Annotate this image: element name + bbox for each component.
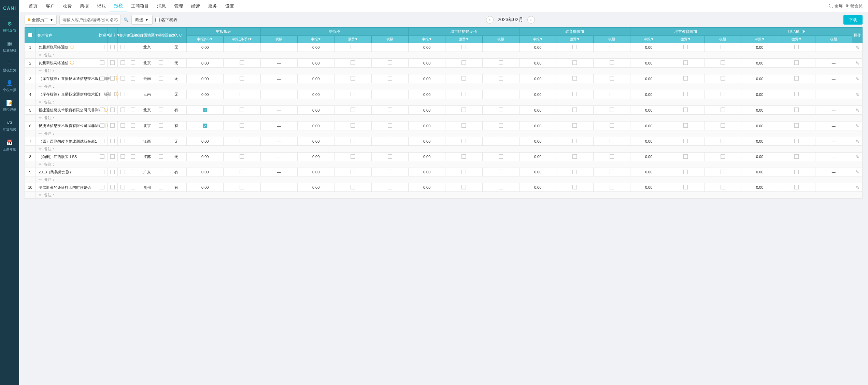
cell-checkbox[interactable] [131,45,135,49]
cell-checkbox[interactable] [110,139,115,143]
cell-checkbox[interactable] [794,170,799,174]
cell-checkbox[interactable] [131,154,135,159]
cell-checkbox[interactable] [240,108,244,112]
nav-billing[interactable]: 收费 [59,0,76,12]
cell-checkbox[interactable] [683,92,688,96]
cell-checkbox[interactable] [499,185,503,189]
edit-button[interactable]: ✎ [855,139,859,144]
cell-checkbox[interactable] [610,60,614,65]
cell-checkbox[interactable] [721,139,725,143]
cell-checkbox[interactable] [131,139,135,143]
cell-checkbox[interactable] [610,108,614,112]
cell-checkbox[interactable] [388,60,392,65]
cell-checkbox[interactable] [240,139,244,143]
sub-col-local-pay[interactable]: 缴费▼ [667,36,704,43]
sub-col-city-pay[interactable]: 缴费▼ [445,36,482,43]
cell-checkbox[interactable] [794,154,799,159]
cell-checkbox[interactable] [794,108,799,112]
cell-checkbox[interactable] [351,170,355,174]
sub-col-fin-month[interactable]: 申报(月/季)▼ [224,36,260,43]
cell-checkbox[interactable] [388,108,392,112]
cell-checkbox[interactable] [159,154,163,159]
cell-checkbox[interactable] [794,92,799,96]
cell-checkbox[interactable] [721,154,725,159]
col-header-region[interactable]: 所属地区▼ [138,28,156,43]
cell-checkbox[interactable] [100,123,104,128]
download-button[interactable]: 下载 [843,15,863,25]
cell-checkbox[interactable] [610,185,614,189]
cell-checkbox[interactable] [351,76,355,81]
cell-checkbox[interactable] [240,123,244,128]
cell-checkbox[interactable] [794,60,799,65]
cell-checkbox[interactable] [461,123,466,128]
cell-checkbox[interactable] [120,154,125,159]
cell-checkbox[interactable] [499,123,503,128]
sub-col-city-apply[interactable]: 申报▼ [408,36,445,43]
cell-checkbox[interactable] [683,154,688,159]
cell-checkbox[interactable] [110,76,115,81]
cell-checkbox[interactable] [461,45,466,49]
cell-checkbox[interactable] [388,123,392,128]
cell-checkbox[interactable] [610,92,614,96]
next-period-button[interactable]: › [527,16,535,24]
vip-btn[interactable]: ♛ 畅会员 [845,3,863,9]
cell-checkbox[interactable] [499,139,503,143]
nav-invoice[interactable]: 票据 [76,0,93,12]
cell-checkbox[interactable] [461,139,466,143]
edit-button[interactable]: ✎ [855,60,859,66]
cell-checkbox[interactable] [100,154,104,159]
cell-checkbox[interactable] [131,170,135,174]
cell-checkbox[interactable] [110,154,115,159]
sidebar-item-summary[interactable]: 🗂 汇算清缴 [0,115,19,135]
cell-checkbox[interactable] [794,139,799,143]
cell-checkbox[interactable] [131,60,135,65]
cell-checkbox[interactable] [683,170,688,174]
cell-checkbox[interactable] [120,108,125,112]
cell-checkbox[interactable] [610,45,614,49]
cell-checkbox[interactable] [610,123,614,128]
cell-checkbox[interactable] [721,123,725,128]
cell-checkbox[interactable] [683,76,688,81]
col-header-confirm[interactable]: 客户确认▼ [118,28,128,43]
cell-checkbox[interactable] [159,185,163,189]
cell-checkbox[interactable] [610,76,614,81]
cell-checkbox[interactable] [240,154,244,159]
sub-col-edu-apply[interactable]: 申报▼ [519,36,556,43]
cell-checkbox[interactable] [499,76,503,81]
cell-checkbox[interactable] [351,139,355,143]
edit-button[interactable]: ✎ [855,92,859,97]
cell-checkbox[interactable] [721,45,725,49]
cell-checkbox[interactable] [721,185,725,189]
sub-col-local-apply[interactable]: 申报▼ [630,36,667,43]
cell-checkbox[interactable] [131,76,135,81]
cell-checkbox[interactable] [131,185,135,189]
cell-checkbox[interactable] [131,123,135,128]
col-header-paid[interactable]: 已完税▼ [128,28,138,43]
cell-checkbox[interactable] [100,92,104,96]
edit-button[interactable]: ✎ [855,123,859,129]
cell-checkbox[interactable] [572,123,577,128]
cell-checkbox[interactable] [120,45,125,49]
warning-icon[interactable]: ⓘ [114,91,118,97]
cell-checkbox[interactable] [794,76,799,81]
sub-col-stamp-pay[interactable]: 缴费▼ [778,36,815,43]
nav-service[interactable]: 服务 [204,0,221,12]
cell-checkbox[interactable] [120,92,125,96]
cell-checkbox[interactable] [131,92,135,96]
sub-col-fin-year[interactable]: 申报(年)▼ [187,36,224,43]
cell-checkbox[interactable] [100,170,104,174]
cell-checkbox[interactable] [159,123,163,128]
filter-button[interactable]: 筛选 ▼ [131,15,153,25]
cell-checkbox[interactable] [351,108,355,112]
cell-checkbox[interactable] [351,154,355,159]
cell-checkbox[interactable] [499,154,503,159]
cell-checkbox[interactable] [110,108,115,112]
sidebar-item-tax-record[interactable]: 📝 报税记录 [0,96,19,115]
cell-checkbox[interactable] [159,170,163,174]
search-input[interactable] [59,15,121,25]
warning-icon[interactable]: ⓘ [114,76,118,82]
cell-checkbox[interactable] [683,108,688,112]
cell-checkbox[interactable] [120,139,125,143]
cell-checkbox[interactable] [572,45,577,49]
edit-button[interactable]: ✎ [855,76,859,82]
